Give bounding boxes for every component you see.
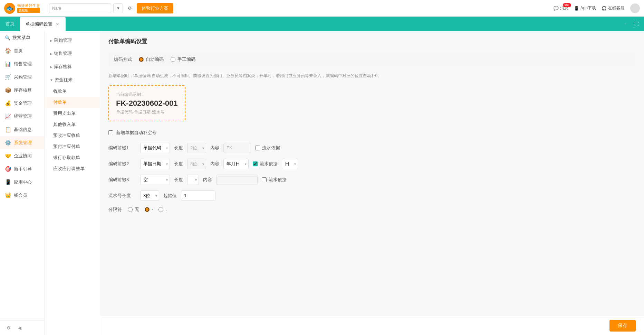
sep-dot-label[interactable]: . bbox=[158, 207, 167, 212]
prefix1-length-select[interactable]: 2位 bbox=[187, 143, 206, 153]
sidebar-item-home[interactable]: 🏠 首页 bbox=[0, 44, 45, 57]
purchase-icon: 🛒 bbox=[5, 74, 11, 80]
arrow-purchase-icon: ▶ bbox=[50, 39, 52, 43]
prefix2-content-select[interactable]: 年月日 年月 年 bbox=[223, 159, 249, 169]
manual-code-radio-label[interactable]: 手工编码 bbox=[171, 56, 195, 63]
prefix2-flow-checkbox[interactable] bbox=[253, 161, 258, 166]
prefix2-label: 编码前缀2 bbox=[108, 161, 136, 167]
message-btn[interactable]: 💬 消息 99+ bbox=[554, 5, 568, 11]
tab-minimize-btn[interactable]: － bbox=[621, 19, 630, 29]
prefix3-content-input[interactable] bbox=[216, 175, 258, 185]
nav-search[interactable]: 🔍 搜索菜单 bbox=[0, 31, 45, 44]
manual-code-label: 手工编码 bbox=[177, 56, 195, 63]
sidebar-item-appstore[interactable]: 📱 应用中心 bbox=[0, 176, 45, 189]
prefix3-length-container bbox=[187, 175, 199, 185]
dropdown-btn[interactable]: ▾ bbox=[113, 3, 123, 13]
capital-icon: 💰 bbox=[5, 100, 11, 106]
tab-close-icon[interactable]: ✕ bbox=[55, 21, 60, 27]
subnav-item-expense[interactable]: 费用支出单 bbox=[45, 108, 100, 119]
search-input[interactable] bbox=[49, 3, 111, 13]
sidebar-item-purchase[interactable]: 🛒 采购管理 bbox=[0, 71, 45, 84]
preview-desc: 单据代码-单据日期-流水号 bbox=[116, 109, 178, 115]
auto-code-radio[interactable] bbox=[139, 57, 144, 62]
subnav-header-inventory[interactable]: ▶ 库存核算 bbox=[45, 61, 100, 73]
nav-member-label: 畅会员 bbox=[14, 192, 27, 198]
prefix2-select[interactable]: 单据日期 单据代码 部门 业务员 空 bbox=[140, 159, 170, 169]
subnav-item-advance-payable[interactable]: 预付冲应付单 bbox=[45, 141, 100, 152]
service-btn[interactable]: 🎧 在线客服 bbox=[602, 5, 625, 11]
trial-button[interactable]: 体验行业方案 bbox=[137, 3, 173, 13]
subnav-header-purchase[interactable]: ▶ 采购管理 bbox=[45, 35, 100, 46]
sep-none-radio[interactable] bbox=[128, 207, 133, 212]
sidebar-item-sales[interactable]: 📊 销售管理 bbox=[0, 57, 45, 71]
app-download-btn[interactable]: 📱 App下载 bbox=[574, 5, 596, 11]
subnav-header-capital[interactable]: ▼ 资金往来 bbox=[45, 74, 100, 86]
subnav-payment-label: 付款单 bbox=[53, 100, 67, 105]
nav-collapse-icon[interactable]: ◀ bbox=[16, 324, 23, 332]
prefix3-flow-wrapper: 流水依据 bbox=[262, 177, 287, 183]
nav-settings-icon[interactable]: ⚙ bbox=[5, 324, 12, 332]
sidebar-item-inventory[interactable]: 📦 库存核算 bbox=[0, 84, 45, 97]
prefix2-length-select[interactable]: 8位 bbox=[187, 159, 206, 169]
prefix2-content-container: 年月日 年月 年 bbox=[223, 159, 249, 169]
prefix1-content-input[interactable] bbox=[223, 143, 251, 153]
prefix3-length-select[interactable] bbox=[187, 175, 199, 185]
tab-maximize-btn[interactable]: ⛶ bbox=[632, 19, 641, 29]
subnav-item-ar-ap-adjust[interactable]: 应收应付调整单 bbox=[45, 163, 100, 174]
prefix3-flow-checkbox[interactable] bbox=[262, 177, 267, 182]
subnav-item-receipt[interactable]: 收款单 bbox=[45, 86, 100, 97]
sidebar-item-capital[interactable]: 💰 资金管理 bbox=[0, 97, 45, 110]
auto-fill-label[interactable]: 新增单据自动补空号 bbox=[116, 130, 156, 136]
subnav-group-sales: ▶ 销售管理 bbox=[45, 48, 100, 59]
subnav-item-payment[interactable]: 付款单 bbox=[45, 97, 100, 108]
sidebar-item-newbie[interactable]: 🎯 新手引导 bbox=[0, 162, 45, 176]
separator-options: 无 - . bbox=[128, 206, 167, 213]
nav-inventory-label: 库存核算 bbox=[14, 87, 32, 93]
sidebar-item-operation[interactable]: 📈 经营管理 bbox=[0, 110, 45, 123]
auto-fill-checkbox[interactable] bbox=[108, 130, 113, 135]
message-badge: 99+ bbox=[563, 3, 571, 7]
subnav-item-other-income[interactable]: 其他收入单 bbox=[45, 119, 100, 130]
settings-icon[interactable]: ⚙ bbox=[125, 3, 135, 13]
nav-coop-label: 企业协同 bbox=[14, 153, 32, 159]
sidebar-item-coop[interactable]: 🤝 企业协同 bbox=[0, 149, 45, 162]
avatar[interactable] bbox=[630, 3, 640, 13]
system-icon: ⚙️ bbox=[5, 140, 11, 146]
subnav-item-bank-deposit[interactable]: 银行存取款单 bbox=[45, 152, 100, 163]
logo: 🐟 畅捷通好生意 旗舰版 bbox=[4, 3, 46, 14]
nav-newbie-label: 新手引导 bbox=[14, 166, 32, 172]
manual-code-radio[interactable] bbox=[171, 57, 175, 62]
save-button[interactable]: 保存 bbox=[609, 320, 636, 332]
serial-length-select[interactable]: 3位 4位 5位 6位 bbox=[140, 190, 159, 201]
encoding-method-bar: 编码方式 自动编码 手工编码 bbox=[108, 52, 636, 67]
serial-start-input[interactable] bbox=[181, 190, 215, 201]
nav-appstore-label: 应用中心 bbox=[14, 179, 32, 185]
prefix1-flow-label: 流水依据 bbox=[262, 145, 280, 151]
topbar-right: 💬 消息 99+ 📱 App下载 🎧 在线客服 bbox=[554, 3, 640, 13]
prefix1-flow-checkbox[interactable] bbox=[255, 146, 260, 150]
sep-dot-text: . bbox=[165, 207, 167, 212]
auto-code-radio-label[interactable]: 自动编码 bbox=[139, 56, 164, 63]
sep-none-label[interactable]: 无 bbox=[128, 206, 139, 213]
left-nav: 🔍 搜索菜单 🏠 首页 📊 销售管理 🛒 采购管理 📦 库存核算 💰 资 bbox=[0, 31, 45, 335]
sidebar-item-member[interactable]: 👑 畅会员 bbox=[0, 189, 45, 202]
sidebar-item-basic[interactable]: 📋 基础信息 bbox=[0, 123, 45, 136]
separator-label: 分隔符 bbox=[108, 206, 122, 213]
tab-home[interactable]: 首页 bbox=[0, 17, 20, 31]
sep-dot-radio[interactable] bbox=[158, 207, 163, 212]
prefix1-flow-wrapper: 流水依据 bbox=[255, 145, 280, 151]
subnav-item-advance-receivable[interactable]: 预收冲应收单 bbox=[45, 130, 100, 141]
prefix2-period-select[interactable]: 日 月 年 bbox=[282, 159, 298, 169]
prefix1-select[interactable]: 单据代码 部门 业务员 空 bbox=[140, 143, 170, 153]
tab-serial-setting[interactable]: 单据编码设置 ✕ bbox=[20, 17, 66, 31]
subnav-header-sales[interactable]: ▶ 销售管理 bbox=[45, 48, 100, 59]
prefix3-select[interactable]: 空 单据代码 部门 业务员 单据日期 bbox=[140, 175, 170, 185]
notice-text: 新增单据时，'单据编码'自动生成，不可编辑。前缀设置为部门、业务员等档案类，开单… bbox=[108, 72, 636, 80]
sep-dash-radio[interactable] bbox=[145, 207, 150, 212]
nav-system-label: 系统管理 bbox=[14, 140, 32, 146]
prefix2-length-container: 8位 bbox=[187, 159, 206, 169]
sidebar-item-system[interactable]: ⚙️ 系统管理 bbox=[0, 136, 45, 149]
prefix3-content-label: 内容 bbox=[203, 177, 212, 183]
sep-dash-label[interactable]: - bbox=[145, 207, 153, 212]
nav-home-label: 首页 bbox=[14, 48, 23, 54]
